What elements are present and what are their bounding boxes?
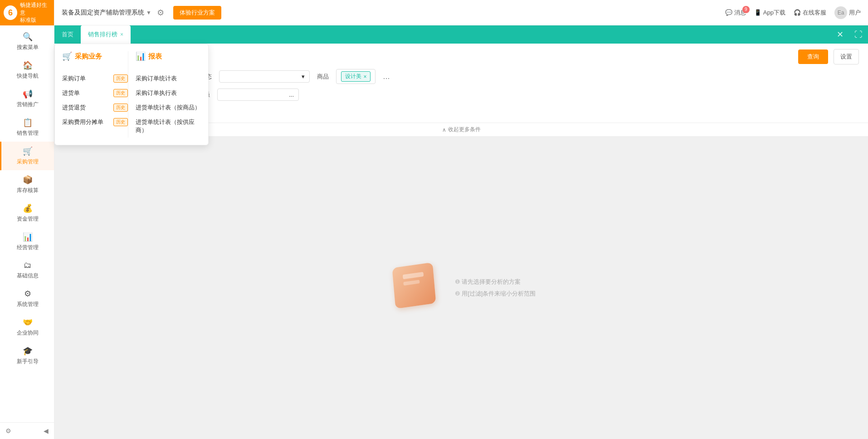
sidebar-item-enterprise[interactable]: 🤝 企业协同 <box>0 313 54 341</box>
sidebar-item-purchase-label: 采购管理 <box>17 158 39 166</box>
empty-hint-2: 用[过滤]条件来缩小分析范围 <box>455 288 536 300</box>
sidebar-item-marketing[interactable]: 📢 营销推广 <box>0 84 54 113</box>
industry-btn[interactable]: 体验行业方案 <box>173 6 221 20</box>
salesperson-dots: ... <box>289 91 294 98</box>
basic-icon: 🗂 <box>24 261 32 270</box>
sidebar-item-capital-label: 资金管理 <box>17 215 39 223</box>
filter-action-right: 查询 设置 <box>798 49 859 64</box>
goods-tag-remove-btn[interactable]: × <box>363 74 366 80</box>
report-col-icon: 📊 <box>136 51 146 61</box>
inbound-stat-supplier-item[interactable]: 进货单统计表（按供应商） <box>136 115 201 138</box>
operation-icon: 📊 <box>23 232 33 242</box>
purchase-business-col: 🛒 采购业务 采购订单 历史 进货单 历史 进货退货 历史 采购费用分摊单 历史 <box>62 51 128 138</box>
system-title: 装备及固定资产辅助管理系统 <box>62 9 144 17</box>
sidebar-item-capital[interactable]: 💰 资金管理 <box>0 199 54 227</box>
app-download-label: App下载 <box>763 9 785 17</box>
sidebar-item-operation-label: 经营管理 <box>17 244 39 252</box>
sidebar-item-purchase[interactable]: 🛒 采购管理 <box>0 142 54 170</box>
sidebar-item-operation[interactable]: 📊 经营管理 <box>0 227 54 256</box>
tabbar: 首页 销售排行榜 × ✕ ⛶ <box>54 25 868 44</box>
online-service-btn[interactable]: 🎧 在线客服 <box>794 9 826 17</box>
purchase-business-title: 🛒 采购业务 <box>62 51 128 65</box>
tab-sales-ranking[interactable]: 销售排行榜 × <box>81 25 131 44</box>
sales-icon: 📋 <box>23 118 33 128</box>
salesperson-select[interactable]: ... <box>217 89 299 101</box>
sidebar-item-newbie[interactable]: 🎓 新手引导 <box>0 341 54 370</box>
purchase-return-item[interactable]: 进货退货 历史 <box>62 100 128 115</box>
sidebar-item-sales-label: 销售管理 <box>17 129 39 137</box>
enterprise-icon: 🤝 <box>23 317 33 327</box>
marketing-icon: 📢 <box>23 89 33 99</box>
avatar: Ea <box>834 6 847 19</box>
sidebar-item-system-label: 系统管理 <box>17 301 39 308</box>
home-icon: 🏠 <box>23 60 33 70</box>
empty-hint-1: 请先选择要分析的方案 <box>455 276 536 288</box>
logo-text: 畅捷通好生意 标准版 <box>20 1 50 24</box>
goods-label: 商品 <box>317 73 329 81</box>
newbie-icon: 🎓 <box>23 346 33 356</box>
tab-close-icon[interactable]: × <box>120 31 123 38</box>
sidebar-item-sales[interactable]: 📋 销售管理 <box>0 113 54 142</box>
online-service-label: 在线客服 <box>803 9 826 17</box>
sidebar-nav: 🔍 搜索菜单 🏠 快捷导航 📢 营销推广 📋 销售管理 🛒 采购管理 📦 库存核… <box>0 25 54 422</box>
tab-close-btn[interactable]: ✕ <box>831 30 849 39</box>
sidebar-item-system[interactable]: ⚙ 系统管理 <box>0 284 54 313</box>
user-btn[interactable]: Ea 用户 <box>834 6 861 19</box>
sidebar-item-quick-nav-label: 快捷导航 <box>17 72 39 80</box>
purchase-order-badge: 历史 <box>113 74 128 83</box>
sidebar-item-inventory-label: 库存核算 <box>17 187 39 194</box>
sidebar-footer: ⚙ ◀ <box>0 422 54 439</box>
inbound-stat-goods-item[interactable]: 进货单统计表（按商品） <box>136 100 201 115</box>
collapse-label: 收起更多条件 <box>448 126 481 133</box>
purchase-inbound-badge: 历史 <box>113 89 128 97</box>
message-badge: 9 <box>742 6 750 13</box>
sidebar-item-newbie-label: 新手引导 <box>17 358 39 365</box>
setting-btn[interactable]: 设置 <box>834 49 859 64</box>
sidebar-item-basic-label: 基础信息 <box>17 272 39 280</box>
report-col: 📊 报表 采购订单统计表 采购订单执行表 进货单统计表（按商品） 进货单统计表（… <box>128 51 201 138</box>
sidebar-item-basic[interactable]: 🗂 基础信息 <box>0 256 54 284</box>
purchase-icon: 🛒 <box>23 146 33 156</box>
document-status-select[interactable]: ▾ <box>219 70 310 83</box>
sidebar: 6 畅捷通好生意 标准版 🔍 搜索菜单 🏠 快捷导航 📢 营销推广 📋 销售管理… <box>0 0 54 439</box>
sidebar-item-quick-nav[interactable]: 🏠 快捷导航 <box>0 56 54 84</box>
purchase-order-stat-item[interactable]: 采购订单统计表 <box>136 71 201 86</box>
sidebar-item-inventory[interactable]: 📦 库存核算 <box>0 170 54 199</box>
purchase-expense-badge: 历史 <box>113 118 128 126</box>
dropdown-arrow-icon: ▼ <box>146 10 151 16</box>
collapse-arrow-icon: ∧ <box>442 127 446 133</box>
user-label: 用户 <box>849 9 861 17</box>
message-btn[interactable]: 💬 消息 9 <box>725 9 746 17</box>
purchase-order-exec-item[interactable]: 采购订单执行表 <box>136 86 201 100</box>
sidebar-collapse-btn[interactable]: ◀ <box>44 427 49 434</box>
empty-state: 请先选择要分析的方案 用[过滤]条件来缩小分析范围 <box>54 137 868 439</box>
search-icon: 🔍 <box>23 32 33 42</box>
logo-icon: 6 <box>4 5 17 20</box>
capital-icon: 💰 <box>23 203 33 213</box>
inventory-icon: 📦 <box>23 175 33 185</box>
purchase-col-icon: 🛒 <box>62 51 72 61</box>
sidebar-settings-btn[interactable]: ⚙ <box>5 427 11 434</box>
purchase-inbound-item[interactable]: 进货单 历史 <box>62 86 128 100</box>
system-title-dropdown[interactable]: 装备及固定资产辅助管理系统 ▼ <box>62 9 151 17</box>
goods-more-btn[interactable]: ... <box>383 72 390 81</box>
empty-hints: 请先选择要分析的方案 用[过滤]条件来缩小分析范围 <box>455 276 536 300</box>
sidebar-item-search[interactable]: 🔍 搜索菜单 <box>0 27 54 56</box>
purchase-dropdown-menu: 🛒 采购业务 采购订单 历史 进货单 历史 进货退货 历史 采购费用分摊单 历史… <box>54 44 209 145</box>
tab-sales-ranking-label: 销售排行榜 <box>88 30 117 39</box>
tab-home[interactable]: 首页 <box>54 25 81 44</box>
gear-icon[interactable]: ⚙ <box>157 8 164 18</box>
tab-expand-btn[interactable]: ⛶ <box>849 30 868 39</box>
sidebar-item-enterprise-label: 企业协同 <box>17 329 39 337</box>
tab-home-label: 首页 <box>62 30 73 39</box>
app-download-btn[interactable]: 📱 App下载 <box>754 9 785 17</box>
goods-tag: 设计美 × <box>341 71 371 82</box>
message-icon: 💬 <box>725 9 732 16</box>
headset-icon: 🎧 <box>794 9 801 16</box>
report-col-title: 📊 报表 <box>136 51 201 65</box>
query-btn[interactable]: 查询 <box>798 49 828 64</box>
purchase-expense-item[interactable]: 采购费用分摊单 历史 <box>62 115 128 129</box>
purchase-order-item[interactable]: 采购订单 历史 <box>62 71 128 86</box>
goods-filter[interactable]: 设计美 × <box>336 69 375 84</box>
topbar: 装备及固定资产辅助管理系统 ▼ ⚙ 体验行业方案 💬 消息 9 📱 App下载 … <box>54 0 868 25</box>
